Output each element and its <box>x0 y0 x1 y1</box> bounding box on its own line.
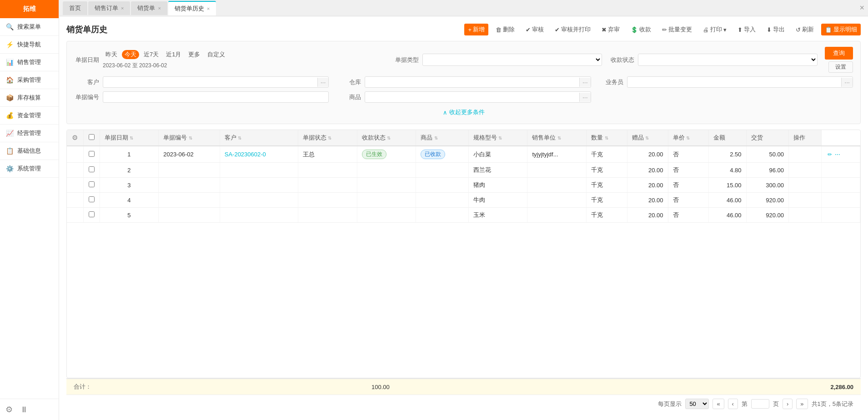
x-icon: ✖ <box>602 26 607 33</box>
add-button[interactable]: + 新增 <box>464 24 488 35</box>
goods-sort-icon[interactable]: ⇅ <box>434 135 438 140</box>
cancel-audit-button[interactable]: ✖ 弃审 <box>598 24 623 35</box>
collapse-btn[interactable]: ∧ 收起更多条件 <box>74 106 853 118</box>
gift-sort-icon[interactable]: ⇅ <box>645 135 649 140</box>
row-docno-0[interactable]: SA-20230602-0 <box>220 146 298 163</box>
sidebar-item-purchase[interactable]: 🏠 采购管理 <box>0 71 59 89</box>
staff-input[interactable] <box>627 77 842 87</box>
goods-input[interactable] <box>365 92 579 102</box>
price-sort-icon[interactable]: ⇅ <box>686 135 690 140</box>
row-customer-4 <box>298 208 357 223</box>
staff-dots-btn[interactable]: ··· <box>841 78 853 87</box>
date-tags: 昨天 今天 近7天 近1月 更多 自定义 2023-06-02 至 2023-0… <box>103 50 228 70</box>
sidebar-item-system[interactable]: ⚙️ 系统管理 <box>0 160 59 178</box>
sidebar-item-basic-label: 基础信息 <box>17 147 41 155</box>
row-docno-3[interactable] <box>220 193 298 208</box>
query-button[interactable]: 查询 <box>825 47 853 60</box>
filter-group-customer: 客户 ··· <box>74 76 329 88</box>
row-gift-0: 否 <box>668 146 709 163</box>
audit-button[interactable]: ✔ 审核 <box>522 24 547 35</box>
row-doc-status-0: 已生效 <box>357 146 416 163</box>
row-date-1 <box>159 163 220 178</box>
warehouse-dots-btn[interactable]: ··· <box>579 78 591 87</box>
date-tag-7days[interactable]: 近7天 <box>141 50 161 59</box>
row-check-2[interactable] <box>89 181 95 187</box>
row-checkbox-2 <box>83 178 100 193</box>
spec-sort-icon[interactable]: ⇅ <box>498 135 502 140</box>
batch-change-button[interactable]: ✏ 批量变更 <box>658 24 696 35</box>
receipt-status-sort-icon[interactable]: ⇅ <box>387 135 391 140</box>
table-settings-icon[interactable]: ⚙ <box>72 134 78 141</box>
date-tag-more[interactable]: 更多 <box>186 50 203 59</box>
tab-sales-order[interactable]: 销售订单 × <box>88 1 130 15</box>
tab-sales-order-close[interactable]: × <box>121 5 124 11</box>
export-button[interactable]: ⬇ 导出 <box>763 24 788 35</box>
row-check-0[interactable] <box>89 151 95 157</box>
filter-row-2: 客户 ··· 仓库 ··· 业务员 <box>74 76 853 88</box>
sidebar-pause-btn[interactable]: ⏸ <box>18 403 30 416</box>
date-sort-icon[interactable]: ⇅ <box>130 135 133 140</box>
prev-page-btn[interactable]: ‹ <box>728 399 738 409</box>
delete-button[interactable]: 🗑 删除 <box>492 24 518 35</box>
row-docno-4[interactable] <box>220 208 298 223</box>
row-doc-status-1 <box>357 163 416 178</box>
goods-dots-btn[interactable]: ··· <box>579 93 591 102</box>
tab-sales-history[interactable]: 销货单历史 × <box>168 1 216 15</box>
customer-sort-icon[interactable]: ⇅ <box>238 135 241 140</box>
row-check-3[interactable] <box>89 196 95 202</box>
customer-input[interactable] <box>103 77 317 87</box>
sidebar-settings-btn[interactable]: ⚙ <box>4 403 15 416</box>
doc-status-sort-icon[interactable]: ⇅ <box>328 135 331 140</box>
sidebar-item-sales[interactable]: 📊 销售管理 <box>0 54 59 71</box>
docno-input[interactable] <box>103 91 329 103</box>
import-button[interactable]: ⬆ 导入 <box>734 24 759 35</box>
docno-sort-icon[interactable]: ⇅ <box>189 135 192 140</box>
unit-sort-icon[interactable]: ⇅ <box>557 135 561 140</box>
setting-filter-button[interactable]: 设置 <box>828 61 853 73</box>
sidebar-item-finance[interactable]: 💰 资金管理 <box>0 107 59 125</box>
content-area: 销货单历史 + 新增 🗑 删除 ✔ 审核 ✔ 审核并打印 <box>59 16 868 420</box>
row-op-0-1[interactable]: ⋯ <box>833 151 842 158</box>
sidebar-bottom: ⚙ ⏸ <box>0 399 59 420</box>
row-price-0: 2.50 <box>709 146 746 163</box>
show-detail-button[interactable]: 📋 显示明细 <box>821 24 861 35</box>
tab-sales-history-close[interactable]: × <box>207 6 210 11</box>
sidebar-item-search[interactable]: 🔍 搜索菜单 <box>0 18 59 36</box>
last-page-btn[interactable]: » <box>796 399 808 409</box>
refresh-button[interactable]: ↺ 刷新 <box>792 24 818 35</box>
select-all-checkbox[interactable] <box>89 134 95 140</box>
sidebar-item-purchase-label: 采购管理 <box>17 76 41 84</box>
qty-sort-icon[interactable]: ⇅ <box>605 135 608 140</box>
warehouse-input[interactable] <box>365 77 579 87</box>
customer-dots-btn[interactable]: ··· <box>317 78 329 87</box>
date-tag-custom[interactable]: 自定义 <box>205 50 228 59</box>
col-amount: 金额 <box>709 130 746 146</box>
first-page-btn[interactable]: « <box>712 399 724 409</box>
receipt-button[interactable]: 💲 收款 <box>627 24 655 35</box>
row-qty-4: 20.00 <box>627 208 668 223</box>
tab-home[interactable]: 首页 <box>63 1 87 15</box>
sidebar-item-operation[interactable]: 📈 经营管理 <box>0 125 59 142</box>
row-price-2: 15.00 <box>709 178 746 193</box>
date-tag-today[interactable]: 今天 <box>122 50 139 59</box>
row-check-1[interactable] <box>89 166 95 172</box>
audit-print-button[interactable]: ✔ 审核并打印 <box>551 24 594 35</box>
row-check-4[interactable] <box>89 211 95 217</box>
receipt-status-select[interactable] <box>638 54 818 66</box>
close-all-tabs-btn[interactable]: × <box>859 3 864 13</box>
print-button[interactable]: 🖨 打印 ▾ <box>699 24 730 35</box>
sidebar-item-quick[interactable]: ⚡ 快捷导航 <box>0 36 59 54</box>
sidebar-item-inventory[interactable]: 📦 库存核算 <box>0 89 59 107</box>
date-tag-1month[interactable]: 近1月 <box>163 50 184 59</box>
page-size-select[interactable]: 20 50 100 <box>685 399 709 409</box>
row-docno-2[interactable] <box>220 178 298 193</box>
tab-sales-delivery-close[interactable]: × <box>158 5 161 11</box>
next-page-btn[interactable]: › <box>783 399 793 409</box>
row-docno-1[interactable] <box>220 163 298 178</box>
date-tag-yesterday[interactable]: 昨天 <box>103 50 120 59</box>
tab-sales-delivery[interactable]: 销货单 × <box>131 1 167 15</box>
type-select[interactable] <box>422 54 602 66</box>
sidebar-item-basic[interactable]: 📋 基础信息 <box>0 142 59 160</box>
page-number-input[interactable]: 1 <box>751 399 769 409</box>
row-op-0-0[interactable]: ✏ <box>826 151 833 158</box>
